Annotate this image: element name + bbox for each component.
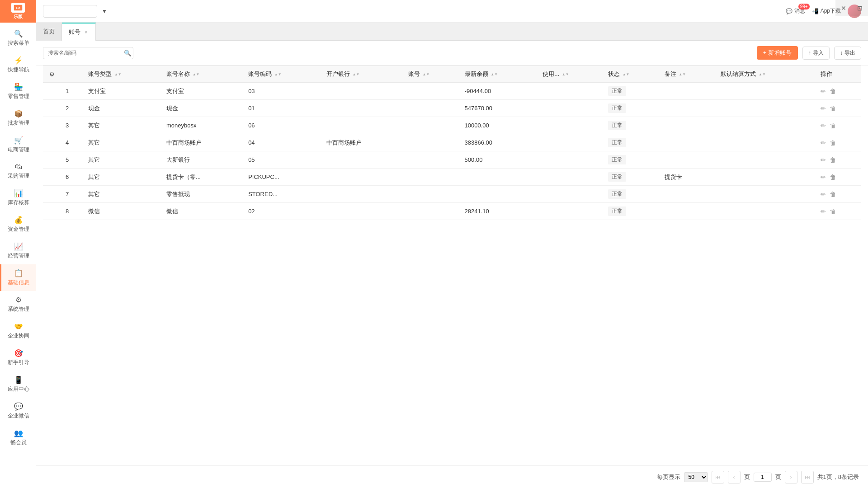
sidebar-item-appstore[interactable]: 📱 应用中心 [0, 371, 36, 398]
close-window-button[interactable]: ✕ [835, 0, 852, 16]
edit-button[interactable]: ✏ [821, 156, 826, 164]
cell-remark: 提货卡 [660, 169, 717, 186]
col-usage[interactable]: 使用... ▲▼ [538, 66, 604, 83]
search-icon: 🔍 [14, 29, 23, 38]
sidebar-label-inventory: 库存核算 [8, 199, 29, 206]
col-settings[interactable]: ⚙ [43, 66, 61, 83]
first-page-button[interactable]: ⏮ [712, 471, 724, 483]
sidebar-item-quick[interactable]: ⚡ 快捷导航 [0, 52, 36, 78]
col-code[interactable]: 账号编码 ▲▼ [244, 66, 322, 83]
message-button[interactable]: 💬 消息 99+ [786, 7, 805, 15]
col-status[interactable]: 状态 ▲▼ [604, 66, 660, 83]
delete-button[interactable]: 🗑 [830, 139, 836, 146]
table-row: 1 支付宝 支付宝 03 -90444.00 正常 ✏ 🗑 [43, 83, 861, 100]
page-size-select[interactable]: 50 100 200 [684, 472, 708, 482]
sidebar-item-member[interactable]: 👥 畅会员 [0, 424, 36, 451]
tab-account[interactable]: 账号 × [62, 23, 96, 41]
cell-account [404, 203, 460, 220]
import-button[interactable]: ↑ 导入 [802, 47, 830, 60]
sidebar-item-basic[interactable]: 📋 基础信息 [0, 264, 36, 291]
cell-balance [460, 186, 538, 203]
sidebar-item-purchase[interactable]: 🛍 采购管理 [0, 158, 36, 184]
sidebar-item-wholesale[interactable]: 📦 批发管理 [0, 105, 36, 131]
sidebar-label-member: 畅会员 [10, 439, 27, 446]
message-badge: 99+ [798, 4, 810, 9]
cell-code: 02 [244, 203, 322, 220]
cell-code: PICKUPC... [244, 169, 322, 186]
header-dropdown[interactable]: ▼ [102, 8, 107, 14]
next-page-button[interactable]: › [785, 471, 797, 483]
sidebar-item-inventory[interactable]: 📊 库存核算 [0, 184, 36, 211]
edit-button[interactable]: ✏ [821, 105, 826, 112]
delete-button[interactable]: 🗑 [830, 122, 836, 129]
sidebar-item-search[interactable]: 🔍 搜索菜单 [0, 25, 36, 52]
tab-account-label: 账号 [69, 28, 80, 36]
delete-button[interactable]: 🗑 [830, 174, 836, 181]
maximize-button[interactable]: ⊡ [852, 0, 868, 16]
sidebar-item-collab[interactable]: 🤝 企业协同 [0, 318, 36, 344]
cell-type: 其它 [84, 186, 162, 203]
add-account-button[interactable]: + 新增账号 [757, 46, 798, 60]
delete-button[interactable]: 🗑 [830, 208, 836, 215]
edit-button[interactable]: ✏ [821, 191, 826, 198]
sort-name-icon: ▲▼ [193, 72, 200, 76]
cell-code: 06 [244, 117, 322, 134]
tab-home[interactable]: 首页 [36, 23, 62, 41]
edit-button[interactable]: ✏ [821, 122, 826, 129]
cell-index: 3 [61, 117, 84, 134]
col-account[interactable]: 账号 ▲▼ [404, 66, 460, 83]
delete-button[interactable]: 🗑 [830, 156, 836, 164]
sort-settlement-icon: ▲▼ [759, 72, 766, 76]
corner-buttons: ✕ ⊡ [835, 0, 868, 16]
account-search-input[interactable] [43, 47, 120, 58]
last-page-button[interactable]: ⏭ [801, 471, 814, 483]
col-name[interactable]: 账号名称 ▲▼ [162, 66, 244, 83]
export-button[interactable]: ↓ 导出 [834, 47, 861, 60]
message-icon: 💬 [786, 8, 793, 14]
page-number-input[interactable] [754, 473, 772, 482]
edit-button[interactable]: ✏ [821, 139, 826, 146]
tab-bar: 首页 账号 × ✕ ⊡ [36, 23, 868, 41]
cell-balance: 28241.10 [460, 203, 538, 220]
retail-icon: 🏪 [14, 83, 23, 91]
sidebar-item-finance[interactable]: 💰 资金管理 [0, 211, 36, 238]
cell-default-settlement [716, 83, 816, 100]
cell-settings [43, 117, 61, 134]
delete-button[interactable]: 🗑 [830, 191, 836, 198]
edit-button[interactable]: ✏ [821, 208, 826, 215]
table-row: 3 其它 moneybosx 06 10000.00 正常 ✏ 🗑 [43, 117, 861, 134]
header-search-input[interactable] [43, 5, 97, 18]
col-bank[interactable]: 开户银行 ▲▼ [322, 66, 404, 83]
cell-status: 正常 [604, 83, 660, 100]
prev-page-button[interactable]: ‹ [728, 471, 741, 483]
sidebar-item-ecommerce[interactable]: 🛒 电商管理 [0, 131, 36, 158]
status-badge: 正常 [608, 86, 626, 96]
sidebar-item-retail[interactable]: 🏪 零售管理 [0, 78, 36, 105]
cell-bank [322, 151, 404, 169]
cell-settings [43, 83, 61, 100]
table-row: 2 现金 现金 01 547670.00 正常 ✏ 🗑 [43, 100, 861, 117]
col-type[interactable]: 账号类型 ▲▼ [84, 66, 162, 83]
account-search-button[interactable]: 🔍 [120, 47, 133, 59]
cell-settings [43, 186, 61, 203]
sidebar-item-system[interactable]: ⚙ 系统管理 [0, 291, 36, 318]
edit-button[interactable]: ✏ [821, 174, 826, 181]
cell-action: ✏ 🗑 [816, 186, 861, 203]
col-remark[interactable]: 备注 ▲▼ [660, 66, 717, 83]
edit-button[interactable]: ✏ [821, 88, 826, 95]
col-default-settlement[interactable]: 默认结算方式 ▲▼ [716, 66, 816, 83]
cell-default-settlement [716, 151, 816, 169]
delete-button[interactable]: 🗑 [830, 105, 836, 112]
sidebar-item-wechat[interactable]: 💬 企业微信 [0, 398, 36, 424]
cell-index: 8 [61, 203, 84, 220]
cell-code: 03 [244, 83, 322, 100]
sidebar-item-guide[interactable]: 🎯 新手引导 [0, 344, 36, 371]
business-icon: 📈 [14, 242, 23, 251]
cell-action: ✏ 🗑 [816, 203, 861, 220]
logo-icon: Ea [11, 3, 25, 13]
sidebar-label-search: 搜索菜单 [8, 39, 29, 47]
col-balance[interactable]: 最新余额 ▲▼ [460, 66, 538, 83]
tab-account-close[interactable]: × [83, 29, 89, 35]
delete-button[interactable]: 🗑 [830, 88, 836, 95]
sidebar-item-business[interactable]: 📈 经营管理 [0, 238, 36, 264]
